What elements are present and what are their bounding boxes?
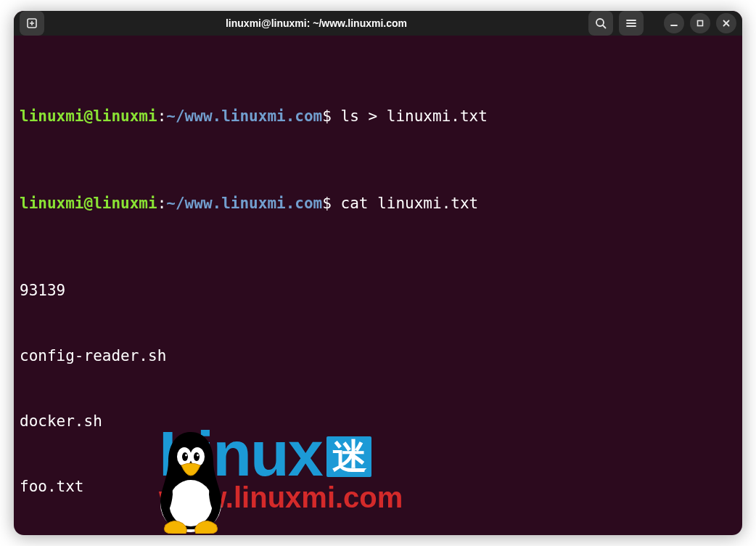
prompt-separator: : [157, 107, 167, 125]
hamburger-icon [625, 17, 638, 30]
svg-point-14 [177, 447, 192, 466]
svg-point-19 [197, 455, 199, 457]
watermark-title-cn: 迷 [326, 436, 371, 477]
search-button[interactable] [588, 11, 613, 36]
search-icon [594, 17, 607, 30]
maximize-icon [695, 18, 705, 28]
command-text: ls > linuxmi.txt [341, 107, 488, 125]
output-line: 93139 [20, 280, 736, 301]
close-icon [721, 18, 731, 28]
minimize-button[interactable] [664, 13, 684, 33]
prompt-symbol: $ [322, 195, 332, 212]
svg-point-17 [194, 452, 200, 461]
prompt-line: linuxmi@linuxmi:~/www.linuxmi.com$ cat l… [20, 192, 736, 214]
output-line: config-reader.sh [20, 345, 736, 367]
prompt-separator: : [157, 195, 167, 212]
new-tab-button[interactable] [20, 11, 44, 36]
menu-button[interactable] [619, 11, 644, 36]
titlebar: linuxmi@linuxmi: ~/www.linuxmi.com [14, 11, 742, 36]
minimize-icon [669, 18, 679, 28]
prompt-line: linuxmi@linuxmi:~/www.linuxmi.com$ ls > … [20, 105, 736, 127]
prompt-symbol: $ [322, 107, 332, 125]
terminal-body[interactable]: linuxmi@linuxmi:~/www.linuxmi.com$ ls > … [14, 36, 742, 535]
svg-point-15 [190, 447, 205, 466]
terminal-window: linuxmi@linuxmi: ~/www.linuxmi.com [14, 11, 742, 535]
prompt-path: ~/www.linuxmi.com [166, 195, 322, 212]
svg-rect-9 [698, 21, 703, 26]
maximize-button[interactable] [690, 13, 710, 33]
prompt-user: linuxmi@linuxmi [20, 195, 157, 212]
close-button[interactable] [716, 13, 736, 33]
output-line: foo.txt [20, 476, 736, 497]
svg-line-4 [603, 25, 606, 28]
prompt-user: linuxmi@linuxmi [20, 107, 157, 125]
svg-point-18 [185, 455, 187, 457]
window-title: linuxmi@linuxmi: ~/www.linuxmi.com [50, 17, 583, 29]
svg-point-16 [182, 452, 188, 461]
prompt-path: ~/www.linuxmi.com [166, 107, 322, 125]
output-line: docker.sh [20, 410, 736, 432]
command-text: cat linuxmi.txt [341, 195, 479, 212]
new-tab-icon [25, 17, 38, 30]
